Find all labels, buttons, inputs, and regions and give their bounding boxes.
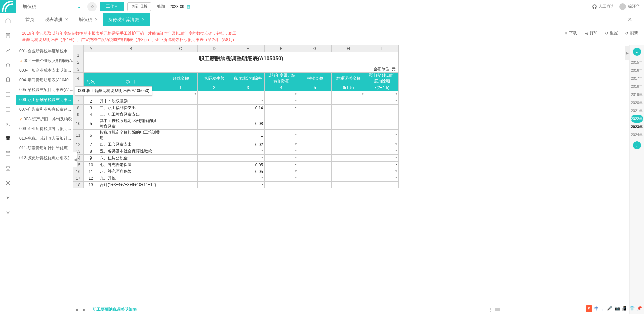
form-item-11[interactable]: 012-减免所得税优惠明细表(... <box>16 153 73 163</box>
nav-bag-icon[interactable] <box>0 58 16 72</box>
collapse-handle[interactable]: ◀ <box>73 152 78 167</box>
year-2018年[interactable]: 2018年 <box>631 82 643 90</box>
year-scroll-down[interactable]: ⌄ <box>633 141 641 149</box>
ime-bar: S 中，🎤📷📱👕📌 <box>586 305 642 312</box>
ime-item[interactable]: 📱 <box>622 306 627 312</box>
ime-item[interactable]: 📌 <box>637 306 642 312</box>
form-item-0[interactable]: 001-企业所得税年度纳税申... <box>16 46 73 56</box>
nav-archive-icon[interactable] <box>0 146 16 161</box>
column-header: 账载金额 <box>164 73 198 84</box>
form-tooltip: 006-职工薪酬纳税调整明细表(A105050) <box>75 86 152 96</box>
download-button[interactable]: ⬇下载 <box>564 30 577 36</box>
form-item-label: 006-职工薪酬纳税调整明细... <box>19 97 71 103</box>
workbench-button[interactable]: 工作台 <box>100 2 124 11</box>
year-2019年[interactable]: 2019年 <box>631 90 643 99</box>
form-item-1[interactable]: ⊘002-一般企业收入明细表(A... <box>16 56 73 66</box>
ime-item[interactable]: 中 <box>594 306 599 312</box>
year-2022年[interactable]: 2022年 <box>631 115 643 123</box>
tab-more-icon[interactable]: ⋮ <box>636 17 640 22</box>
tab-1[interactable]: 税表清册✕ <box>40 13 73 26</box>
form-item-6[interactable]: 007-广告费和业务宣传费跨... <box>16 105 73 114</box>
column-subheader: 4 <box>265 84 298 91</box>
reset-button[interactable]: ↺重置 <box>605 30 618 36</box>
table-row: 1510七、补充养老保险0.05** <box>73 162 399 168</box>
year-2015年[interactable]: 2015年 <box>631 58 643 66</box>
tax-type-select[interactable]: 增值税 ⌄ <box>20 2 84 11</box>
form-item-label: 005-纳税调整项目明细表(A1... <box>19 87 73 93</box>
nav-template-icon[interactable] <box>0 102 16 117</box>
ime-item[interactable]: 🎤 <box>607 306 612 312</box>
right-edge-handle[interactable]: ▶ <box>625 46 629 60</box>
top-bar: 增值税 ⌄ ⟲ 工作台 切到旧版 账期 2023-09 ▦ 🎧 人工咨询 徐泽华 <box>16 0 644 13</box>
refresh-round-button[interactable]: ⟲ <box>87 2 97 11</box>
refresh-button[interactable]: ⟳刷新 <box>625 30 638 36</box>
column-header: 纳税调整金额 <box>332 73 365 84</box>
tab-label: 税表清册 <box>45 17 62 23</box>
switch-old-button[interactable]: 切到旧版 <box>127 2 151 11</box>
column-header: 以前年度累计结转扣除额 <box>265 73 298 84</box>
form-item-4[interactable]: 005-纳税调整项目明细表(A1... <box>16 85 73 95</box>
nav-report-icon[interactable] <box>0 87 16 102</box>
table-row: 127四、工会经费支出0.02** <box>73 141 399 148</box>
ime-logo[interactable]: S <box>586 305 592 312</box>
sheet-nav-prev[interactable]: ▶ <box>80 305 88 314</box>
tab-label: 所得税汇算清缴 <box>108 17 139 23</box>
nav-home-icon[interactable] <box>0 13 16 28</box>
year-2017年[interactable]: 2017年 <box>631 74 643 82</box>
tab-2[interactable]: 增值税✕ <box>73 13 103 26</box>
table-row: 72其中：股权激励*** <box>73 98 399 105</box>
year-2024年[interactable]: 2024年 <box>631 131 643 139</box>
sheet-footer: ◀ ▶ 职工薪酬纳税调整明细表 ⋮ <box>73 305 629 314</box>
column-subheader: 1 <box>164 84 198 91</box>
form-item-label: 009-企业所得税弥补亏损明... <box>19 126 71 132</box>
year-2016年[interactable]: 2016年 <box>631 66 643 74</box>
sheet-nav-first[interactable]: ◀ <box>73 305 80 314</box>
form-item-9[interactable]: 010-免税、减计收入及加计... <box>16 134 73 143</box>
refresh-icon: ⟳ <box>625 31 629 36</box>
close-icon[interactable]: ✕ <box>95 17 98 22</box>
form-item-2[interactable]: 003-一般企业成本支出明细... <box>16 66 73 75</box>
year-2020年[interactable]: 2020年 <box>631 99 643 107</box>
sheet-tab[interactable]: 职工薪酬纳税调整明细表 <box>88 305 142 314</box>
ime-item[interactable]: ， <box>601 306 605 312</box>
form-item-8[interactable]: 009-企业所得税弥补亏损明... <box>16 124 73 134</box>
nav-v-icon[interactable] <box>0 205 16 220</box>
year-scroll-up[interactable]: ⌄ <box>633 48 641 56</box>
tab-0[interactable]: 首页 <box>20 13 40 26</box>
form-item-3[interactable]: 004-期间费用明细表(A1040... <box>16 75 73 85</box>
svg-rect-8 <box>6 152 10 155</box>
nav-video-icon[interactable] <box>0 190 16 205</box>
nav-doc-icon[interactable] <box>0 28 16 43</box>
table-row: 138五、各类基本社会保障性缴款*** <box>73 148 399 155</box>
tab-label: 首页 <box>25 17 34 23</box>
nav-inbox-icon[interactable] <box>0 161 16 176</box>
ime-item[interactable]: 👕 <box>629 306 635 312</box>
close-icon[interactable]: ✕ <box>142 17 145 22</box>
ime-item[interactable]: 📷 <box>614 306 620 312</box>
headset-icon: 🎧 <box>592 4 597 9</box>
form-item-10[interactable]: 011-研发费用加计扣除优惠... <box>16 143 73 153</box>
column-subheader: 3 <box>231 84 265 91</box>
close-icon[interactable]: ✕ <box>65 17 68 22</box>
nav-tax-icon[interactable] <box>0 131 16 146</box>
avatar <box>619 3 626 10</box>
reset-icon: ↺ <box>605 31 608 36</box>
tab-3[interactable]: 所得税汇算清缴✕ <box>103 13 150 26</box>
form-item-7[interactable]: ⊘008-资产折旧、摊销及纳税... <box>16 114 73 124</box>
year-2021年[interactable]: 2021年 <box>631 107 643 115</box>
tab-close-all-icon[interactable]: ✕ <box>628 16 632 23</box>
nav-image-icon[interactable] <box>0 117 16 131</box>
nav-chart-icon[interactable] <box>0 43 16 58</box>
chevron-down-icon: ⌄ <box>77 3 81 10</box>
form-item-label: 001-企业所得税年度纳税申... <box>19 48 71 54</box>
print-button[interactable]: 🖨打印 <box>584 30 598 36</box>
form-item-5[interactable]: 006-职工薪酬纳税调整明细... <box>16 95 73 105</box>
user-menu[interactable]: 徐泽华 <box>619 3 640 10</box>
period-picker[interactable]: 2023-09 ▦ <box>170 4 190 9</box>
nav-clipboard-icon[interactable] <box>0 72 16 87</box>
sheet-scroll[interactable]: ABCDEFGHI1职工薪酬纳税调整明细表(A105050)23金额单位: 元4… <box>73 45 629 305</box>
support-link[interactable]: 🎧 人工咨询 <box>592 4 614 9</box>
year-2023年[interactable]: 2023年 <box>631 123 643 131</box>
nav-gear-icon[interactable] <box>0 176 16 190</box>
column-subheader: 5 <box>298 84 332 91</box>
